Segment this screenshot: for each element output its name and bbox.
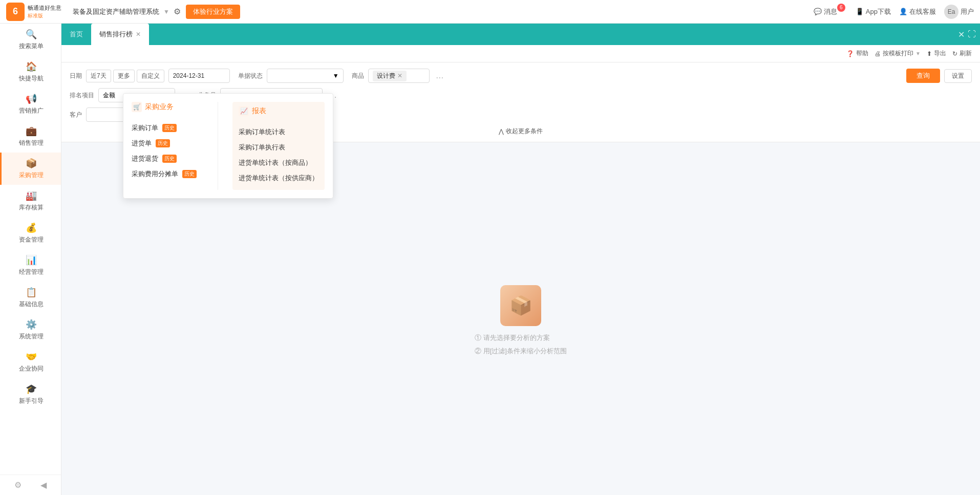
goods-select[interactable]: 设计费 ✕ (368, 69, 430, 83)
date-filter-group: 日期 近7天 更多 自定义 2024-12-31 (70, 69, 230, 83)
inventory-icon: 🏭 (26, 190, 37, 201)
status-select[interactable]: ▼ (267, 69, 344, 83)
service-icon: 👤 (899, 8, 907, 15)
purchase-cost-label: 采购费用分摊单 (132, 169, 178, 179)
sidebar-label-guide: 新手引导 (19, 397, 44, 405)
report-section-icon: 📈 (239, 106, 249, 116)
menu-item-stock-in[interactable]: 进货单 历史 (132, 136, 203, 151)
sidebar-item-guide[interactable]: 🎓 新手引导 (0, 378, 61, 411)
sidebar-item-inventory[interactable]: 🏭 库存核算 (0, 185, 61, 217)
system-icon: ⚙️ (26, 319, 37, 330)
query-button[interactable]: 查询 (906, 69, 940, 83)
menu-item-purchase-order-stats[interactable]: 采购订单统计表 (239, 124, 318, 140)
topbar: 6 畅通道好生意 标准版 装备及固定资产辅助管理系统 ▼ ⚙ 体验行业方案 💬 … (0, 0, 980, 24)
date-preset-7days[interactable]: 近7天 (86, 70, 111, 82)
menu-item-stock-stats-goods[interactable]: 进货单统计表（按商品） (239, 155, 318, 170)
date-preset-custom[interactable]: 自定义 (137, 70, 164, 82)
system-title: 装备及固定资产辅助管理系统 (73, 7, 159, 16)
stock-return-label: 进货退货 (132, 154, 158, 163)
goods-tag: 设计费 ✕ (373, 71, 407, 81)
menu-item-purchase-cost[interactable]: 采购费用分摊单 历史 (132, 166, 203, 182)
user-btn[interactable]: Ea 用户 (944, 5, 974, 19)
sidebar-settings-btn[interactable]: ⚙ (14, 480, 22, 490)
export-btn[interactable]: ⬆ 导出 (927, 49, 946, 58)
tab-sales-rank[interactable]: 销售排行榜 ✕ (91, 24, 149, 45)
rank-label: 排名项目 (70, 91, 94, 100)
sidebar-item-enterprise[interactable]: 🤝 企业协同 (0, 346, 61, 378)
tab-home[interactable]: 首页 (61, 24, 91, 45)
sidebar-item-operations[interactable]: 📊 经营管理 (0, 249, 61, 282)
stock-return-history-badge[interactable]: 历史 (162, 155, 177, 163)
menu-item-purchase-order[interactable]: 采购订单 历史 (132, 120, 203, 136)
date-input[interactable]: 2024-12-31 (168, 69, 230, 83)
stock-in-history-badge[interactable]: 历史 (156, 139, 170, 147)
goods-tag-close[interactable]: ✕ (397, 72, 402, 79)
sidebar-item-system[interactable]: ⚙️ 系统管理 (0, 314, 61, 346)
sidebar-collapse-btn[interactable]: ◀ (40, 480, 47, 490)
content-area: 首页 销售排行榜 ✕ ✕ ⛶ ❓ 帮助 🖨 按模板打印 ▼ (61, 24, 980, 495)
menu-item-stock-return[interactable]: 进货退货 历史 (132, 151, 203, 166)
topbar-right: 💬 消息 6 📱 App下载 👤 在线客服 Ea 用户 (814, 5, 974, 19)
goods-ellipsis-btn[interactable]: … (436, 71, 444, 80)
search-icon: 🔍 (26, 29, 37, 40)
app-download-btn[interactable]: 📱 App下载 (856, 7, 891, 16)
help-btn[interactable]: ❓ 帮助 (846, 49, 868, 58)
tab-home-label: 首页 (70, 30, 83, 39)
industry-btn[interactable]: 体验行业方案 (186, 5, 240, 19)
menu-item-stock-stats-supplier[interactable]: 进货单统计表（按供应商） (239, 170, 318, 186)
empty-illustration: 📦 (490, 280, 551, 331)
sidebar-label-enterprise: 企业协同 (19, 364, 44, 373)
collapse-btn[interactable]: ⋀ 收起更多条件 (499, 127, 543, 136)
sidebar-label-marketing: 营销推广 (19, 106, 44, 115)
sidebar-label-basic: 基础信息 (19, 300, 44, 309)
refresh-btn[interactable]: ↻ 刷新 (952, 49, 972, 58)
fund-icon: 💰 (26, 222, 37, 233)
sidebar-item-quick[interactable]: 🏠 快捷导航 (0, 56, 61, 88)
print-btn[interactable]: 🖨 按模板打印 ▼ (875, 49, 921, 58)
sidebar-item-marketing[interactable]: 📢 营销推广 (0, 88, 61, 120)
status-filter-group: 单据状态 ▼ (238, 69, 344, 83)
message-icon: 💬 (814, 8, 822, 15)
purchase-icon: 📦 (26, 158, 37, 169)
service-btn[interactable]: 👤 在线客服 (899, 7, 936, 16)
tab-close-all-icon[interactable]: ✕ (958, 30, 965, 39)
purchase-cost-history-badge[interactable]: 历史 (182, 170, 197, 178)
sidebar-item-basic[interactable]: 📋 基础信息 (0, 282, 61, 314)
menu-item-purchase-order-exec[interactable]: 采购订单执行表 (239, 140, 318, 155)
avatar-text: Ea (948, 8, 955, 15)
title-dropdown-icon[interactable]: ▼ (163, 8, 169, 15)
sidebar-item-sales[interactable]: 💼 销售管理 (0, 120, 61, 153)
print-dropdown-icon[interactable]: ▼ (915, 51, 921, 56)
operations-icon: 📊 (26, 254, 37, 266)
date-preset-more[interactable]: 更多 (113, 70, 135, 82)
system-settings-icon[interactable]: ⚙ (174, 7, 181, 16)
purchase-order-history-badge[interactable]: 历史 (162, 124, 177, 132)
system-title-area: 装备及固定资产辅助管理系统 ▼ ⚙ (73, 7, 181, 16)
print-icon: 🖨 (875, 50, 881, 57)
refresh-icon: ↻ (952, 50, 957, 57)
empty-box-icon: 📦 (500, 285, 541, 326)
message-btn[interactable]: 💬 消息 6 (814, 7, 847, 16)
sidebar-item-fund[interactable]: 💰 资金管理 (0, 217, 61, 249)
sidebar-item-purchase[interactable]: 📦 采购管理 (0, 153, 61, 185)
sidebar-label-quick: 快捷导航 (19, 74, 44, 83)
sidebar-item-search[interactable]: 🔍 搜索菜单 (0, 24, 61, 56)
sidebar-label-sales: 销售管理 (19, 139, 44, 147)
sidebar: 🔍 搜索菜单 🏠 快捷导航 📢 营销推广 💼 销售管理 📦 采购管理 🏭 库存核… (0, 24, 61, 495)
tab-close-icon[interactable]: ✕ (136, 31, 141, 38)
collapse-icon: ⋀ (499, 128, 504, 135)
purchase-order-stats-label: 采购订单统计表 (239, 127, 285, 137)
tab-maximize-icon[interactable]: ⛶ (968, 30, 976, 39)
empty-line-2: 用[过滤]条件来缩小分析范围 (475, 345, 567, 358)
sidebar-label-operations: 经营管理 (19, 268, 44, 276)
status-dropdown-icon: ▼ (333, 72, 339, 79)
menu-divider (218, 102, 218, 190)
customer-label: 客户 (70, 111, 82, 119)
app-icon: 📱 (856, 8, 864, 15)
stock-stats-goods-label: 进货单统计表（按商品） (239, 158, 312, 167)
empty-line-1: 请先选择要分析的方案 (475, 331, 567, 345)
filter-settings-btn[interactable]: 设置 (944, 69, 972, 83)
tab-bar: 首页 销售排行榜 ✕ ✕ ⛶ (61, 24, 980, 45)
goods-label: 商品 (352, 72, 364, 80)
sidebar-label-system: 系统管理 (19, 332, 44, 341)
